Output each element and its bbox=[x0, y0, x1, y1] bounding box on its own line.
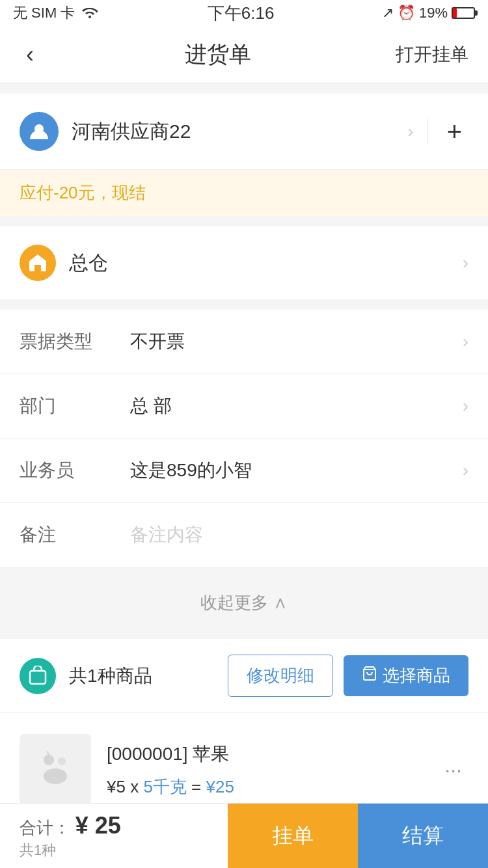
supplier-row[interactable]: 河南供应商22 › + bbox=[0, 94, 488, 170]
alarm-icon: ⏰ bbox=[398, 5, 415, 21]
product-count: 共1种商品 bbox=[69, 664, 228, 688]
product-name: [0000001] 苹果 bbox=[107, 742, 438, 766]
product-header: 共1种商品 修改明细 选择商品 bbox=[0, 639, 488, 713]
invoice-type-row[interactable]: 票据类型 不开票 › bbox=[0, 310, 488, 374]
warehouse-icon bbox=[20, 245, 56, 281]
edit-detail-button[interactable]: 修改明细 bbox=[228, 655, 333, 697]
warehouse-name: 总仓 bbox=[69, 250, 456, 277]
product-section: 共1种商品 修改明细 选择商品 [0000001] bbox=[0, 639, 488, 825]
quantity: 5千克 bbox=[143, 777, 186, 796]
wifi-icon bbox=[80, 4, 100, 22]
product-code: [0000001] bbox=[107, 744, 193, 764]
add-supplier-button[interactable]: + bbox=[441, 117, 468, 146]
remark-placeholder: 备注内容 bbox=[111, 522, 468, 547]
total-sub: 共1种 bbox=[20, 841, 208, 860]
total-row: 合计： ¥ 25 bbox=[20, 812, 208, 839]
svg-line-8 bbox=[47, 751, 49, 755]
page-title: 进货单 bbox=[185, 40, 251, 70]
status-time: 下午6:16 bbox=[208, 2, 275, 25]
hang-button[interactable]: 挂单 bbox=[228, 804, 358, 869]
product-icon bbox=[20, 658, 56, 694]
supplier-avatar bbox=[20, 112, 59, 151]
department-chevron-icon: › bbox=[463, 396, 468, 416]
warehouse-chevron-icon: › bbox=[463, 252, 468, 273]
status-bar: 无 SIM 卡 下午6:16 ↗ ⏰ 19% bbox=[0, 0, 488, 26]
main-content: 河南供应商22 › + 应付-20元，现结 总仓 › 票据类型 不开票 › 部门 bbox=[0, 94, 488, 868]
department-value: 总 部 bbox=[111, 394, 456, 418]
svg-point-5 bbox=[44, 755, 54, 765]
warehouse-row[interactable]: 总仓 › bbox=[0, 226, 488, 299]
invoice-type-value: 不开票 bbox=[111, 329, 456, 354]
svg-rect-2 bbox=[34, 265, 41, 271]
status-battery: ↗ ⏰ 19% bbox=[382, 5, 475, 21]
collapse-row[interactable]: 收起更多 ∧ bbox=[0, 577, 488, 629]
product-thumbnail bbox=[20, 734, 91, 806]
bottom-bar: 合计： ¥ 25 共1种 挂单 结算 bbox=[0, 803, 488, 868]
select-product-button[interactable]: 选择商品 bbox=[344, 655, 468, 696]
battery-percent: 19% bbox=[419, 5, 448, 21]
total-section: 合计： ¥ 25 共1种 bbox=[0, 812, 228, 860]
back-button[interactable]: ‹ bbox=[20, 34, 40, 75]
divider bbox=[427, 118, 427, 144]
svg-rect-3 bbox=[30, 671, 46, 684]
salesman-row[interactable]: 业务员 这是859的小智 › bbox=[0, 439, 488, 503]
salesman-chevron-icon: › bbox=[463, 460, 468, 481]
product-more-button[interactable]: ··· bbox=[438, 752, 468, 789]
total-label: 合计： bbox=[20, 818, 70, 837]
form-section: 票据类型 不开票 › 部门 总 部 › 业务员 这是859的小智 › 备注 备注… bbox=[0, 310, 488, 567]
settle-button[interactable]: 结算 bbox=[358, 804, 488, 869]
chevron-right-icon: › bbox=[407, 121, 413, 142]
salesman-label: 业务员 bbox=[20, 458, 111, 483]
svg-point-7 bbox=[58, 757, 66, 765]
warning-banner: 应付-20元，现结 bbox=[0, 170, 488, 216]
location-icon: ↗ bbox=[382, 5, 394, 21]
salesman-value: 这是859的小智 bbox=[111, 458, 456, 483]
invoice-chevron-icon: › bbox=[463, 331, 468, 352]
subtotal: ¥25 bbox=[206, 777, 234, 796]
cart-icon bbox=[362, 666, 377, 686]
battery-icon bbox=[452, 7, 475, 19]
product-price-row: ¥5 x 5千克 = ¥25 bbox=[107, 776, 438, 798]
select-product-label: 选择商品 bbox=[383, 664, 450, 687]
status-signal: 无 SIM 卡 bbox=[13, 3, 100, 23]
remark-row[interactable]: 备注 备注内容 bbox=[0, 503, 488, 567]
warehouse-section: 总仓 › bbox=[0, 226, 488, 299]
svg-point-6 bbox=[44, 768, 67, 784]
warning-text: 应付-20元，现结 bbox=[20, 183, 146, 202]
product-title: 苹果 bbox=[193, 744, 229, 764]
department-row[interactable]: 部门 总 部 › bbox=[0, 374, 488, 439]
supplier-section: 河南供应商22 › + 应付-20元，现结 bbox=[0, 94, 488, 216]
equals-sign: = bbox=[191, 777, 206, 796]
collapse-label: 收起更多 ∧ bbox=[200, 591, 287, 614]
remark-label: 备注 bbox=[20, 522, 111, 547]
signal-text: 无 SIM 卡 bbox=[13, 3, 75, 23]
unit-price: ¥5 x bbox=[107, 777, 143, 796]
supplier-name: 河南供应商22 bbox=[72, 118, 401, 145]
open-hang-button[interactable]: 打开挂单 bbox=[396, 42, 468, 67]
invoice-type-label: 票据类型 bbox=[20, 329, 111, 354]
total-amount: ¥ 25 bbox=[75, 812, 121, 839]
nav-bar: ‹ 进货单 打开挂单 bbox=[0, 26, 488, 83]
product-info: [0000001] 苹果 ¥5 x 5千克 = ¥25 bbox=[107, 742, 438, 798]
department-label: 部门 bbox=[20, 394, 111, 418]
